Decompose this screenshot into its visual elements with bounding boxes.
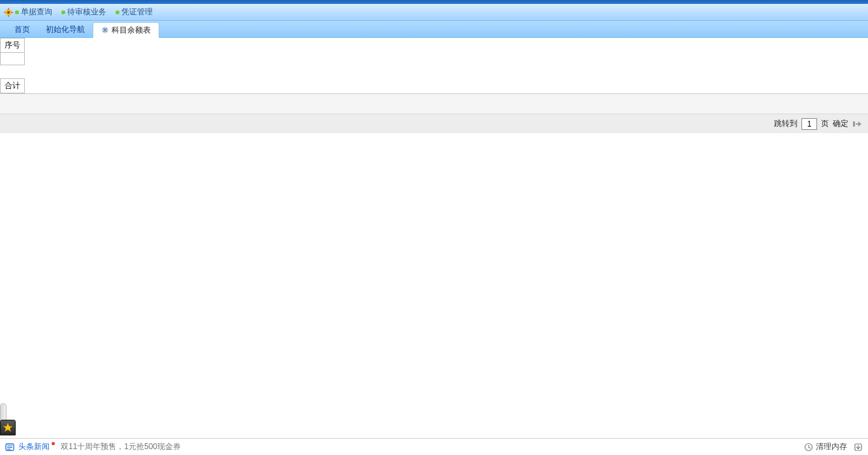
pager-page-input[interactable] xyxy=(801,118,817,130)
pager: 跳转到 页 确定 xyxy=(0,114,868,133)
column-header-seq[interactable]: 序号 xyxy=(1,39,25,53)
dot-icon xyxy=(116,10,119,14)
tab-label: 科目余额表 xyxy=(112,25,151,36)
toolbar-item-pending-audit[interactable]: 待审核业务 xyxy=(61,7,106,18)
news-link[interactable]: 头条新闻 xyxy=(18,441,50,452)
tab-account-balance[interactable]: 科目余额表 xyxy=(93,22,159,38)
main-toolbar: 单据查询 待审核业务 凭证管理 xyxy=(0,4,868,21)
dot-icon xyxy=(61,10,65,14)
tab-label: 首页 xyxy=(14,24,30,35)
status-right: 清理内存 xyxy=(804,441,863,452)
favorites-button[interactable] xyxy=(0,420,16,435)
grid-zone: 序号 合计 xyxy=(0,38,868,94)
notification-dot-icon xyxy=(52,442,55,445)
pager-go-icon[interactable] xyxy=(852,119,863,129)
toolbar-item-label: 凭证管理 xyxy=(121,7,153,18)
clean-memory-label: 清理内存 xyxy=(816,441,847,452)
table-header-row: 序号 xyxy=(1,39,25,53)
tab-init-nav[interactable]: 初始化导航 xyxy=(38,22,93,37)
toolbar-item-doc-query[interactable]: 单据查询 xyxy=(4,7,52,18)
empty-cell[interactable] xyxy=(1,53,25,65)
table-row xyxy=(1,53,25,65)
toolbar-item-label: 单据查询 xyxy=(21,7,52,18)
news-text[interactable]: 双11十周年预售，1元抢500现金券 xyxy=(61,441,181,452)
data-grid-footer: 合计 xyxy=(0,78,25,93)
footer-cell-total: 合计 xyxy=(1,79,25,93)
table-footer-row: 合计 xyxy=(1,79,25,93)
pager-jump-label: 跳转到 xyxy=(774,118,798,129)
close-icon[interactable] xyxy=(101,26,109,34)
tab-bar: 首页 初始化导航 科目余额表 xyxy=(0,21,868,38)
gear-icon xyxy=(4,8,13,17)
content-area: 序号 合计 跳转到 页 确定 xyxy=(0,38,868,435)
svg-rect-7 xyxy=(853,121,855,127)
pager-page-suffix: 页 xyxy=(821,118,829,129)
pager-confirm-button[interactable]: 确定 xyxy=(833,118,848,129)
svg-point-1 xyxy=(7,11,10,14)
star-icon xyxy=(3,422,13,433)
tab-home[interactable]: 首页 xyxy=(7,22,38,37)
clean-memory-button[interactable]: 清理内存 xyxy=(804,441,847,452)
data-grid: 序号 xyxy=(0,38,25,65)
download-icon[interactable] xyxy=(854,443,863,452)
toolbar-item-label: 待审核业务 xyxy=(67,7,106,18)
blank-band xyxy=(0,94,868,114)
tab-label: 初始化导航 xyxy=(46,24,85,35)
dot-icon xyxy=(15,10,19,14)
status-bar: 头条新闻 双11十周年预售，1元抢500现金券 清理内存 xyxy=(0,438,868,455)
status-left: 头条新闻 双11十周年预售，1元抢500现金券 xyxy=(5,441,181,452)
clock-icon xyxy=(804,443,813,452)
news-icon xyxy=(5,443,14,452)
toolbar-item-voucher-mgmt[interactable]: 凭证管理 xyxy=(116,7,153,18)
